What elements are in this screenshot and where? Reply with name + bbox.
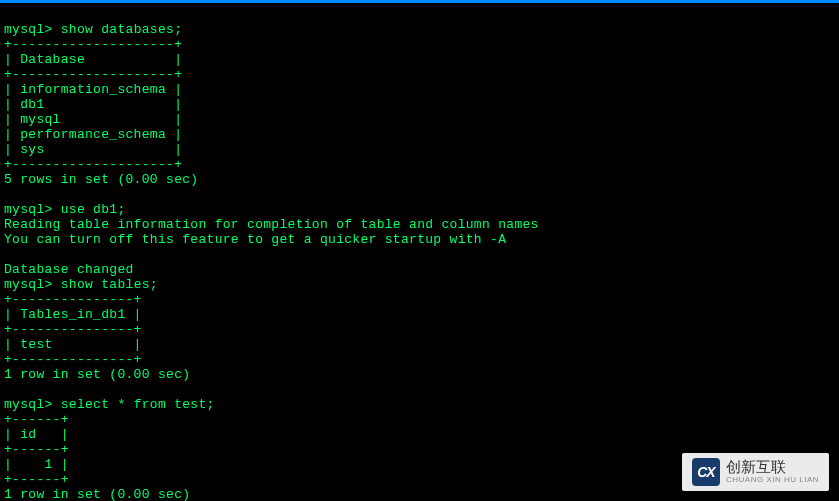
- prompt: mysql>: [4, 22, 53, 37]
- watermark-icon-text: CX: [697, 465, 714, 480]
- db-footer: 5 rows in set (0.00 sec): [4, 172, 198, 187]
- select-border-bot: +------+: [4, 472, 69, 487]
- tables-footer: 1 row in set (0.00 sec): [4, 367, 190, 382]
- db-border-mid: +--------------------+: [4, 67, 182, 82]
- command-use-db: use db1;: [61, 202, 126, 217]
- db-row: | information_schema |: [4, 82, 182, 97]
- db-header: | Database |: [4, 52, 182, 67]
- db-row: | performance_schema |: [4, 127, 182, 142]
- db-row: | db1 |: [4, 97, 182, 112]
- use-output-2: You can turn off this feature to get a q…: [4, 232, 506, 247]
- tables-row: | test |: [4, 337, 142, 352]
- command-select: select * from test;: [61, 397, 215, 412]
- tables-border-bot: +---------------+: [4, 352, 142, 367]
- watermark-badge: CX 创新互联 CHUANG XIN HU LIAN: [682, 453, 829, 491]
- command-show-tables: show tables;: [61, 277, 158, 292]
- watermark-sub-text: CHUANG XIN HU LIAN: [726, 476, 819, 485]
- terminal-output[interactable]: mysql> show databases; +----------------…: [0, 3, 839, 501]
- select-border-top: +------+: [4, 412, 69, 427]
- prompt: mysql>: [4, 202, 53, 217]
- command-show-databases: show databases;: [61, 22, 183, 37]
- db-border-top: +--------------------+: [4, 37, 182, 52]
- watermark-main-text: 创新互联: [726, 459, 819, 476]
- prompt: mysql>: [4, 277, 53, 292]
- prompt: mysql>: [4, 397, 53, 412]
- use-output-1: Reading table information for completion…: [4, 217, 539, 232]
- tables-header: | Tables_in_db1 |: [4, 307, 142, 322]
- db-border-bot: +--------------------+: [4, 157, 182, 172]
- select-row: | 1 |: [4, 457, 69, 472]
- watermark-logo-icon: CX: [692, 458, 720, 486]
- tables-border-top: +---------------+: [4, 292, 142, 307]
- db-row: | sys |: [4, 142, 182, 157]
- select-border-mid: +------+: [4, 442, 69, 457]
- use-output-3: Database changed: [4, 262, 134, 277]
- watermark-text-block: 创新互联 CHUANG XIN HU LIAN: [726, 459, 819, 484]
- db-row: | mysql |: [4, 112, 182, 127]
- tables-border-mid: +---------------+: [4, 322, 142, 337]
- select-header: | id |: [4, 427, 69, 442]
- select-footer: 1 row in set (0.00 sec): [4, 487, 190, 501]
